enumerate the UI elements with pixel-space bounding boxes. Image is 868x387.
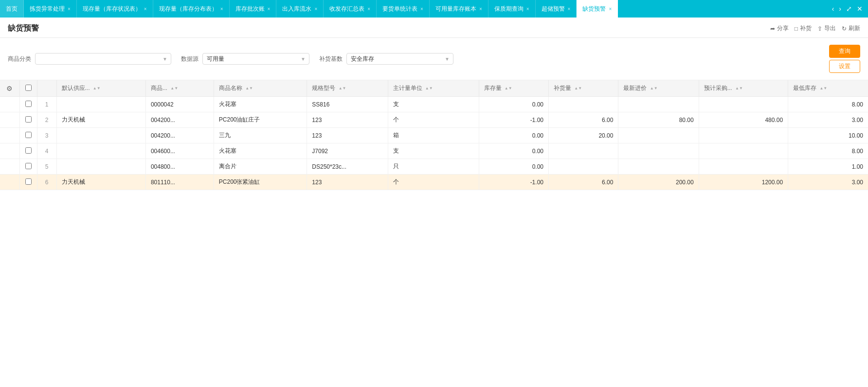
prev-tab-button[interactable]: ‹ [830,5,837,13]
cell-stock-qty: 0.00 [479,159,548,175]
tab-available-ledger-close[interactable]: × [479,6,482,12]
cell-product-code: 004200... [145,128,214,143]
row-settings-cell [0,143,19,159]
cell-product-code: 004600... [145,143,214,159]
row-checkbox-4[interactable] [25,147,32,154]
cell-stock-qty: 0.00 [479,128,548,143]
cell-unit: 个 [388,112,479,128]
col-header-supplier[interactable]: 默认供应... ▲▼ [56,80,145,97]
col-header-checkbox[interactable] [19,80,37,97]
tab-inventory-dist[interactable]: 现存量（库存分布表） × [153,0,230,18]
cell-est-purchase: 1200.00 [699,175,788,190]
restock-base-select[interactable]: 安全库存 [346,53,453,65]
refresh-button[interactable]: ↻ 刷新 [842,24,860,33]
sort-spec-icon: ▲▼ [339,87,346,90]
table-row: 6 力天机械 801110... PC200张紧油缸 123 个 -1.00 6… [0,175,868,190]
row-checkbox-cell[interactable] [19,175,37,190]
col-header-unit[interactable]: 主计量单位 ▲▼ [388,80,479,97]
col-header-index [37,80,56,97]
cell-est-purchase [699,143,788,159]
cell-product-name: 三九 [214,128,307,143]
col-header-restock-qty[interactable]: 补货量 ▲▼ [548,80,618,97]
row-checkbox-2[interactable] [25,116,32,123]
next-tab-button[interactable]: › [836,5,844,13]
cell-restock-qty: 6.00 [548,112,618,128]
sort-unit-icon: ▲▼ [425,87,433,90]
tab-expiry-query-close[interactable]: × [526,6,529,12]
query-button[interactable]: 查询 [829,45,860,58]
tab-batch-account[interactable]: 库存批次账 × [230,0,277,18]
tab-inventory-status-close[interactable]: × [144,6,147,12]
row-checkbox-cell[interactable] [19,97,37,112]
row-checkbox-cell[interactable] [19,159,37,175]
tab-home[interactable]: 首页 [0,0,24,18]
tab-batch-account-close[interactable]: × [268,6,271,12]
table-row: 4 004600... 火花塞 J7092 支 0.00 8.00 [0,143,868,159]
cell-est-purchase [699,97,788,112]
tab-inout-flow[interactable]: 出入库流水 × [276,0,324,18]
tab-order-stats-close[interactable]: × [420,6,423,12]
tab-exception[interactable]: 拣货异常处理 × [24,0,77,18]
row-checkbox-3[interactable] [25,132,32,138]
cell-restock-qty [548,97,618,112]
replenish-button[interactable]: □ 补货 [795,24,812,33]
tab-exception-close[interactable]: × [68,6,71,12]
export-button[interactable]: ⇪ 导出 [817,24,836,33]
cell-supplier [56,128,145,143]
export-icon: ⇪ [817,25,822,32]
table-header-row: ⚙ 默认供应... ▲▼ 商品... ▲▼ 商品名称 [0,80,868,97]
cell-index: 1 [37,97,56,112]
row-checkbox-cell[interactable] [19,112,37,128]
row-checkbox-6[interactable] [25,178,32,185]
tab-collect-summary-close[interactable]: × [367,6,370,12]
col-header-stock-qty[interactable]: 库存量 ▲▼ [479,80,548,97]
cell-restock-qty [548,159,618,175]
cell-est-purchase: 480.00 [699,112,788,128]
tab-inventory-dist-close[interactable]: × [220,6,223,12]
filter-actions: 查询 设置 [829,45,860,73]
tab-overstock[interactable]: 超储预警 × [536,0,577,18]
tab-shortage-close[interactable]: × [609,6,612,12]
cell-product-name: PC200油缸庄子 [214,112,307,128]
col-header-product-name[interactable]: 商品名称 ▲▼ [214,80,307,97]
cell-unit: 支 [388,143,479,159]
column-settings-icon[interactable]: ⚙ [6,85,13,92]
data-table: ⚙ 默认供应... ▲▼ 商品... ▲▼ 商品名称 [0,80,868,190]
cell-restock-qty [548,143,618,159]
restore-window-button[interactable]: ⤢ [844,5,854,13]
tab-shortage[interactable]: 缺货预警 × [577,0,618,18]
cell-unit: 只 [388,159,479,175]
datasource-filter-group: 数据源 可用量 [181,53,309,65]
restock-base-label: 补货基数 [319,55,343,63]
col-header-est-purchase[interactable]: 预计采购... ▲▼ [699,80,788,97]
tab-order-stats[interactable]: 要货单统计表 × [377,0,430,18]
tab-inventory-status[interactable]: 现存量（库存状况表） × [77,0,153,18]
tab-overstock-close[interactable]: × [568,6,571,12]
close-window-button[interactable]: ✕ [854,5,865,13]
tab-available-ledger[interactable]: 可用量库存账本 × [430,0,488,18]
cell-unit: 个 [388,175,479,190]
cell-latest-price: 80.00 [618,112,699,128]
datasource-select[interactable]: 可用量 [202,53,309,65]
select-all-checkbox[interactable] [25,85,32,91]
col-header-spec[interactable]: 规格型号 ▲▼ [307,80,388,97]
tab-collect-summary[interactable]: 收发存汇总表 × [324,0,377,18]
row-checkbox-1[interactable] [25,101,32,107]
share-button[interactable]: ➦ 分享 [770,24,789,33]
tab-inout-flow-close[interactable]: × [314,6,317,12]
col-header-min-stock[interactable]: 最低库存 ▲▼ [788,80,868,97]
category-select-wrapper [35,53,171,65]
settings-button[interactable]: 设置 [829,60,860,73]
cell-index: 2 [37,112,56,128]
col-header-settings[interactable]: ⚙ [0,80,19,97]
tab-expiry-query[interactable]: 保质期查询 × [488,0,536,18]
cell-supplier [56,143,145,159]
category-select[interactable] [35,53,171,65]
row-checkbox-cell[interactable] [19,128,37,143]
row-checkbox-5[interactable] [25,163,32,169]
cell-latest-price [618,97,699,112]
col-header-latest-price[interactable]: 最新进价 ▲▼ [618,80,699,97]
row-checkbox-cell[interactable] [19,143,37,159]
col-header-product-code[interactable]: 商品... ▲▼ [145,80,214,97]
table-row: 3 004200... 三九 123 箱 0.00 20.00 10.00 [0,128,868,143]
